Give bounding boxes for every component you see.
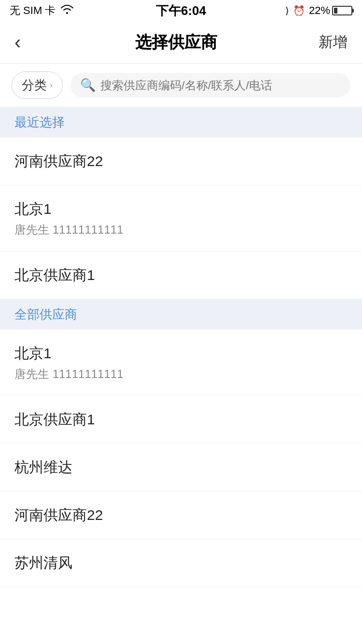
search-input[interactable]	[100, 79, 341, 92]
item-name: 北京供应商1	[14, 409, 348, 430]
all-list: 北京1唐先生 11111111111北京供应商1杭州维达河南供应商22苏州清风	[0, 330, 362, 587]
back-button[interactable]: ‹	[14, 31, 43, 53]
battery-percent: 22%	[309, 4, 330, 17]
item-name: 苏州清风	[14, 553, 348, 573]
status-bar: 无 SIM 卡 下午6:04 ⟩ ⏰ 22%	[0, 0, 362, 21]
category-label: 分类	[22, 77, 47, 94]
list-item[interactable]: 河南供应商22	[0, 138, 362, 185]
carrier-label: 无 SIM 卡	[10, 3, 56, 18]
recent-list: 河南供应商22北京1唐先生 11111111111北京供应商1	[0, 138, 362, 299]
page-title: 选择供应商	[135, 31, 217, 54]
wifi-icon	[60, 4, 74, 17]
item-name: 杭州维达	[14, 457, 348, 477]
alarm-icon: ⏰	[293, 5, 305, 16]
list-item[interactable]: 北京供应商1	[0, 252, 362, 299]
recent-section-header: 最近选择	[0, 107, 362, 138]
battery-block: 22%	[309, 4, 352, 17]
all-section-label: 全部供应商	[14, 307, 77, 322]
category-button[interactable]: 分类 ›	[12, 71, 63, 99]
list-item[interactable]: 北京供应商1	[0, 396, 362, 444]
search-box[interactable]: 🔍	[70, 73, 350, 98]
battery-fill	[334, 8, 337, 14]
add-button[interactable]: 新增	[309, 32, 348, 52]
search-icon: 🔍	[80, 78, 96, 93]
item-sub: 唐先生 11111111111	[14, 366, 348, 382]
status-left: 无 SIM 卡	[10, 3, 74, 18]
item-name: 北京供应商1	[14, 265, 348, 285]
status-time: 下午6:04	[156, 2, 206, 19]
list-item[interactable]: 苏州清风	[0, 539, 362, 587]
all-section-header: 全部供应商	[0, 299, 362, 330]
nav-bar: ‹ 选择供应商 新增	[0, 21, 362, 64]
chevron-right-icon: ›	[50, 80, 53, 90]
location-icon: ⟩	[285, 5, 289, 16]
item-name: 河南供应商22	[14, 151, 348, 171]
item-name: 北京1	[14, 343, 348, 364]
list-item[interactable]: 杭州维达	[0, 444, 362, 491]
filter-bar: 分类 › 🔍	[0, 64, 362, 107]
item-name: 河南供应商22	[14, 505, 348, 525]
item-name: 北京1	[14, 199, 348, 219]
status-right: ⟩ ⏰ 22%	[285, 4, 352, 17]
item-sub: 唐先生 11111111111	[14, 222, 348, 238]
recent-section-label: 最近选择	[14, 115, 65, 129]
list-item[interactable]: 北京1唐先生 11111111111	[0, 185, 362, 252]
list-item[interactable]: 北京1唐先生 11111111111	[0, 330, 362, 396]
battery-bar	[332, 6, 352, 15]
list-item[interactable]: 河南供应商22	[0, 491, 362, 539]
